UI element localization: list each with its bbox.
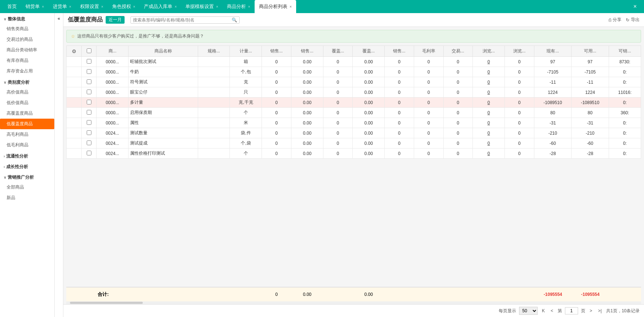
- browse1-link-5[interactable]: 0: [487, 110, 490, 115]
- nav-role-auth[interactable]: 角色授权 ×: [108, 0, 140, 13]
- sidebar-item-sales-goods[interactable]: 销售类商品: [0, 24, 54, 34]
- col-header-margin[interactable]: 毛利率: [414, 46, 443, 57]
- col-header-current[interactable]: 现有...: [534, 46, 572, 57]
- close-purchase-icon[interactable]: ×: [69, 5, 71, 9]
- browse1-link-4[interactable]: 0: [487, 100, 490, 105]
- sidebar-item-low-margin[interactable]: 低毛利商品: [0, 140, 54, 150]
- scroll-thumb[interactable]: [70, 302, 143, 304]
- search-input[interactable]: [133, 17, 232, 23]
- sidebar-item-high-margin[interactable]: 高毛利商品: [0, 129, 54, 140]
- row-settings-7[interactable]: [67, 128, 82, 138]
- col-header-transaction[interactable]: 交易...: [443, 46, 473, 57]
- browse1-link-0[interactable]: 0: [487, 59, 490, 64]
- row-browse1-9[interactable]: 0: [473, 148, 505, 159]
- row-check-5[interactable]: [82, 108, 97, 118]
- nav-goods-analysis[interactable]: 商品分析 ×: [223, 0, 255, 13]
- last-page-button[interactable]: >|: [597, 308, 603, 314]
- row-checkbox-8[interactable]: [87, 140, 91, 145]
- sidebar-group-marketing[interactable]: ∨ 营销推广分析: [0, 171, 54, 182]
- sidebar-item-inventory-capital[interactable]: 库存资金占用: [0, 66, 54, 76]
- window-close-button[interactable]: ×: [629, 3, 641, 10]
- row-browse1-4[interactable]: 0: [473, 98, 505, 108]
- col-header-spec[interactable]: 规格...: [198, 46, 230, 57]
- sidebar-item-all-goods[interactable]: 全部商品: [0, 182, 54, 193]
- first-page-button[interactable]: K: [541, 308, 546, 314]
- row-check-2[interactable]: [82, 77, 97, 87]
- browse1-link-2[interactable]: 0: [487, 80, 490, 85]
- close-permissions-icon[interactable]: ×: [101, 5, 103, 9]
- row-browse1-5[interactable]: 0: [473, 108, 505, 118]
- row-browse1-3[interactable]: 0: [473, 87, 505, 98]
- col-header-cover2[interactable]: 覆盖...: [353, 46, 385, 57]
- row-checkbox-9[interactable]: [87, 151, 91, 155]
- nav-goods-analysis-list[interactable]: 商品分析列表 ×: [255, 0, 296, 13]
- nav-product-storage[interactable]: 产成品入库单 ×: [140, 0, 181, 13]
- nav-purchase[interactable]: 进货单 ×: [48, 0, 76, 13]
- row-checkbox-6[interactable]: [87, 120, 91, 125]
- export-button[interactable]: ↻ 导出: [626, 17, 640, 23]
- row-check-1[interactable]: [82, 67, 97, 77]
- sidebar-item-new-goods[interactable]: 新品: [0, 193, 54, 203]
- row-settings-8[interactable]: [67, 138, 82, 148]
- col-header-cover1[interactable]: 覆盖...: [323, 46, 353, 57]
- row-check-0[interactable]: [82, 57, 97, 67]
- col-header-sales3[interactable]: 销售...: [385, 46, 414, 57]
- next-page-button[interactable]: >: [588, 308, 594, 314]
- row-checkbox-1[interactable]: [87, 69, 91, 74]
- browse1-link-9[interactable]: 0: [487, 151, 490, 156]
- row-checkbox-5[interactable]: [87, 110, 91, 115]
- page-size-select[interactable]: 50 10 20 100: [519, 307, 538, 315]
- row-checkbox-4[interactable]: [87, 100, 91, 104]
- nav-permissions[interactable]: 权限设置 ×: [76, 0, 108, 13]
- nav-home[interactable]: 首页: [3, 0, 21, 13]
- share-button[interactable]: ⎙ 分享: [609, 17, 621, 23]
- row-check-7[interactable]: [82, 128, 97, 138]
- row-browse1-0[interactable]: 0: [473, 57, 505, 67]
- sidebar-item-low-value[interactable]: 低价值商品: [0, 98, 54, 108]
- row-browse1-2[interactable]: 0: [473, 77, 505, 87]
- row-settings-4[interactable]: [67, 98, 82, 108]
- col-header-sales-qty[interactable]: 销售...: [262, 46, 291, 57]
- close-sales-icon[interactable]: ×: [42, 5, 44, 9]
- row-check-9[interactable]: [82, 148, 97, 159]
- browse1-link-3[interactable]: 0: [487, 90, 490, 95]
- row-settings-2[interactable]: [67, 77, 82, 87]
- col-header-name[interactable]: 商品名称: [128, 46, 198, 57]
- sidebar-item-high-coverage[interactable]: 高覆盖度商品: [0, 108, 54, 119]
- browse1-link-6[interactable]: 0: [487, 120, 490, 126]
- row-checkbox-7[interactable]: [87, 130, 91, 135]
- col-header-code[interactable]: 商...: [97, 46, 129, 57]
- page-input[interactable]: [565, 307, 578, 314]
- period-button[interactable]: 近一月: [106, 16, 125, 24]
- close-goods-analysis-list-icon[interactable]: ×: [290, 5, 292, 9]
- row-settings-6[interactable]: [67, 118, 82, 128]
- settings-icon[interactable]: ⚙: [72, 48, 76, 54]
- sidebar-group-liquidity[interactable]: › 流通性分析: [0, 150, 54, 161]
- row-browse1-7[interactable]: 0: [473, 128, 505, 138]
- row-browse1-6[interactable]: 0: [473, 118, 505, 128]
- row-checkbox-3[interactable]: [87, 90, 91, 94]
- col-header-sales-amount[interactable]: 销售...: [291, 46, 323, 57]
- sidebar-item-high-value[interactable]: 高价值商品: [0, 87, 54, 98]
- col-header-unit[interactable]: 计量...: [230, 46, 262, 57]
- row-settings-5[interactable]: [67, 108, 82, 118]
- col-header-saleable[interactable]: 可销...: [609, 46, 641, 57]
- browse1-link-7[interactable]: 0: [487, 131, 490, 136]
- sidebar-item-traded-goods[interactable]: 交易过的商品: [0, 34, 54, 45]
- prev-page-button[interactable]: <: [549, 308, 555, 314]
- sidebar-group-overall[interactable]: ∨ 整体信息: [0, 13, 54, 24]
- col-header-browse1[interactable]: 浏览...: [473, 46, 505, 57]
- col-header-check[interactable]: [82, 46, 97, 57]
- nav-template-settings[interactable]: 单据模板设置 ×: [181, 0, 223, 13]
- row-settings-0[interactable]: [67, 57, 82, 67]
- row-checkbox-0[interactable]: [87, 59, 91, 64]
- table-scroll-bar[interactable]: [66, 301, 641, 304]
- col-header-settings[interactable]: ⚙: [67, 46, 82, 57]
- close-template-settings-icon[interactable]: ×: [216, 5, 218, 9]
- row-browse1-1[interactable]: 0: [473, 67, 505, 77]
- search-icon[interactable]: 🔍: [232, 17, 237, 23]
- browse1-link-1[interactable]: 0: [487, 70, 490, 75]
- row-checkbox-2[interactable]: [87, 79, 91, 84]
- close-goods-analysis-icon[interactable]: ×: [248, 5, 250, 9]
- row-settings-1[interactable]: [67, 67, 82, 77]
